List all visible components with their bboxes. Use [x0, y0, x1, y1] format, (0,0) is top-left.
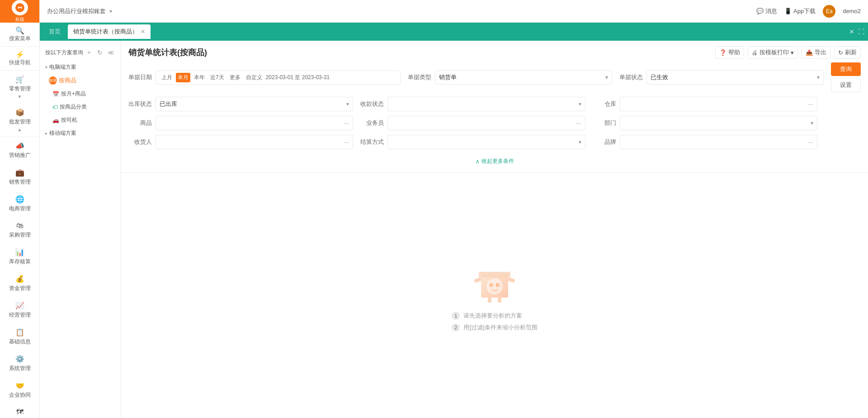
refresh-btn[interactable]: ↻ 刷新 — [834, 46, 861, 59]
tree-item-label-month-product: 按月+商品 — [61, 90, 86, 98]
quick-nav[interactable]: ⚡ 快捷导航 — [0, 47, 39, 71]
warehouse-dots: ··· — [808, 100, 813, 108]
industry-dropdown[interactable]: ▾ — [109, 8, 112, 14]
app-logo[interactable]: 标版 — [0, 0, 39, 23]
settings-btn[interactable]: 设置 — [831, 78, 861, 92]
sidebar-item-marketing[interactable]: 📣 营销推广 — [0, 137, 39, 164]
hint-item-2: 2 用[过滤]条件来缩小分析范围 — [452, 323, 537, 332]
filter-receiver: 收货人 ··· — [128, 135, 353, 149]
help-icon: ❓ — [719, 49, 726, 56]
tree-item-category[interactable]: 🏷 按商品分类 — [40, 100, 121, 114]
sidebar-item-guide[interactable]: 🗺 新手引导 — [0, 404, 39, 418]
help-btn[interactable]: ❓ 帮助 — [715, 46, 744, 59]
top-header: 办公用品行业模拟账套 ▾ 💬 消息 📱 App下载 Ea demo2 — [40, 0, 868, 23]
tab-close-btn[interactable]: ✕ — [141, 28, 145, 35]
date-tab-this-year[interactable]: 本年 — [192, 73, 207, 82]
sidebar-item-basic-info[interactable]: 📋 基础信息 — [0, 323, 39, 350]
date-label: 单据日期 — [128, 73, 152, 81]
svg-point-0 — [15, 3, 24, 12]
search-menu[interactable]: 🔍 搜索菜单 — [0, 23, 39, 47]
staff-control[interactable]: ··· — [387, 116, 585, 130]
right-content: 销货单统计表(按商品) ❓ 帮助 🖨 按模板打印 ▾ 📤 导出 — [121, 41, 868, 418]
action-buttons: 查询 设置 — [831, 62, 861, 92]
empty-hints: 1 请先选择要分析的方案 2 用[过滤]条件来缩小分析范围 — [452, 312, 537, 332]
refresh-scheme-btn[interactable]: ↻ — [95, 48, 104, 57]
filter-staff: 业务员 ··· — [360, 116, 585, 130]
tree-item-driver[interactable]: 🚗 按司机 — [40, 114, 121, 127]
collapse-panel-btn[interactable]: ≪ — [106, 48, 115, 57]
empty-illustration — [472, 259, 517, 304]
doc-type-control[interactable]: 销货单 ▾ — [435, 70, 612, 85]
avatar[interactable]: Ea — [823, 5, 835, 18]
receiver-label: 收货人 — [128, 138, 152, 146]
sidebar-item-sales[interactable]: 💼 销售管理 — [0, 164, 39, 190]
sidebar-item-ecommerce[interactable]: 🌐 电商管理 — [0, 190, 39, 217]
filter-doc-type: 单据类型 销货单 ▾ — [408, 70, 612, 85]
filter-payment: 结算方式 ▾ — [360, 135, 585, 149]
tree-item-by-product[interactable]: 按商 按商品 — [40, 74, 121, 87]
brand-label: 品牌 — [593, 138, 616, 146]
tree-group-desktop[interactable]: ▾ 电脑端方案 — [40, 61, 121, 74]
sidebar-item-operations[interactable]: 📈 经营管理 — [0, 297, 39, 323]
header-right: 💬 消息 📱 App下载 Ea demo2 — [756, 5, 861, 18]
maximize-btn[interactable]: ⛶ — [858, 28, 864, 35]
collapse-conditions-btn[interactable]: ∧ 收起更多条件 — [472, 156, 518, 167]
message-icon: 💬 — [756, 8, 764, 14]
date-filter-control[interactable]: 上月 本月 本年 近7天 更多 自定义 2023-03-01 至 2023-03… — [156, 71, 401, 85]
dept-arrow: ▾ — [811, 120, 813, 126]
hint-text-1: 请先选择要分析的方案 — [463, 312, 522, 320]
goods-control[interactable]: ··· — [156, 116, 353, 130]
username[interactable]: demo2 — [843, 8, 861, 14]
app-subtitle: 标版 — [15, 16, 24, 23]
tree-group-mobile[interactable]: ▸ 移动端方案 — [40, 127, 121, 140]
svg-point-9 — [497, 285, 499, 286]
svg-rect-12 — [474, 277, 482, 283]
query-btn[interactable]: 查询 — [831, 62, 861, 76]
svg-point-5 — [486, 278, 503, 294]
sidebar-item-inventory[interactable]: 📊 库存核算 — [0, 243, 39, 270]
print-arrow: ▾ — [791, 49, 794, 56]
sidebar-item-retail[interactable]: 🛒 零售管理 ▼ — [0, 71, 39, 104]
sidebar: 标版 🔍 搜索菜单 ⚡ 快捷导航 🛒 零售管理 ▼ 📦 批发管理 ▲ 📣 营销推… — [0, 0, 40, 418]
svg-rect-11 — [498, 296, 501, 303]
out-status-control[interactable]: 已出库 ▾ — [156, 97, 353, 111]
brand-control[interactable]: ··· — [620, 135, 817, 149]
refresh-icon: ↻ — [838, 49, 843, 56]
tab-home[interactable]: 首页 — [43, 24, 66, 39]
warehouse-label: 仓库 — [593, 100, 616, 108]
payment-control[interactable]: ▾ — [387, 135, 585, 149]
goods-label: 商品 — [128, 119, 152, 127]
date-tab-more[interactable]: 更多 — [228, 73, 242, 82]
dept-control[interactable]: ▾ — [620, 116, 817, 130]
minimize-btn[interactable]: ✕ — [849, 28, 854, 35]
date-tab-this-month[interactable]: 本月 — [176, 73, 190, 82]
sidebar-item-system[interactable]: ⚙️ 系统管理 — [0, 350, 39, 377]
page-header: 销货单统计表(按商品) ❓ 帮助 🖨 按模板打印 ▾ 📤 导出 — [121, 41, 868, 62]
app-download-btn[interactable]: 📱 App下载 — [784, 7, 816, 15]
receiver-control[interactable]: ··· — [156, 135, 353, 149]
date-tab-last-month[interactable]: 上月 — [160, 73, 174, 82]
tab-sales-stats[interactable]: 销货单统计表（按商品） ✕ — [68, 24, 151, 39]
export-btn[interactable]: 📤 导出 — [802, 46, 830, 59]
filter-warehouse: 仓库 ··· — [593, 97, 817, 111]
left-panel: 按以下方案查询 ＋ ↻ ≪ ▾ 电脑端方案 按商 按商品 📅 按月+商品 — [40, 41, 121, 418]
category-icon: 🏷 — [52, 104, 58, 110]
sidebar-item-finance[interactable]: 💰 资金管理 — [0, 270, 39, 297]
warehouse-control[interactable]: ··· — [620, 97, 817, 111]
collect-status-control[interactable]: ▾ — [387, 97, 585, 111]
doc-type-value: 销货单 — [439, 73, 605, 81]
main-area: 办公用品行业模拟账套 ▾ 💬 消息 📱 App下载 Ea demo2 首页 销货… — [40, 0, 868, 418]
message-btn[interactable]: 💬 消息 — [756, 7, 777, 15]
date-tab-7days[interactable]: 近7天 — [208, 73, 226, 82]
print-btn[interactable]: 🖨 按模板打印 ▾ — [748, 46, 798, 59]
tree-group-label-mobile: 移动端方案 — [49, 129, 76, 137]
hint-num-2: 2 — [452, 323, 460, 332]
sidebar-item-wholesale[interactable]: 📦 批发管理 ▲ — [0, 104, 39, 137]
product-icon: 按商 — [49, 76, 57, 85]
sidebar-item-enterprise[interactable]: 🤝 企业协同 — [0, 377, 39, 404]
tree-item-month-product[interactable]: 📅 按月+商品 — [40, 87, 121, 100]
sidebar-item-purchase[interactable]: 🛍 采购管理 — [0, 217, 39, 243]
add-scheme-btn[interactable]: ＋ — [85, 48, 94, 57]
doc-status-control[interactable]: 已生效 ▾ — [646, 70, 824, 85]
date-tab-custom[interactable]: 自定义 — [244, 73, 264, 82]
